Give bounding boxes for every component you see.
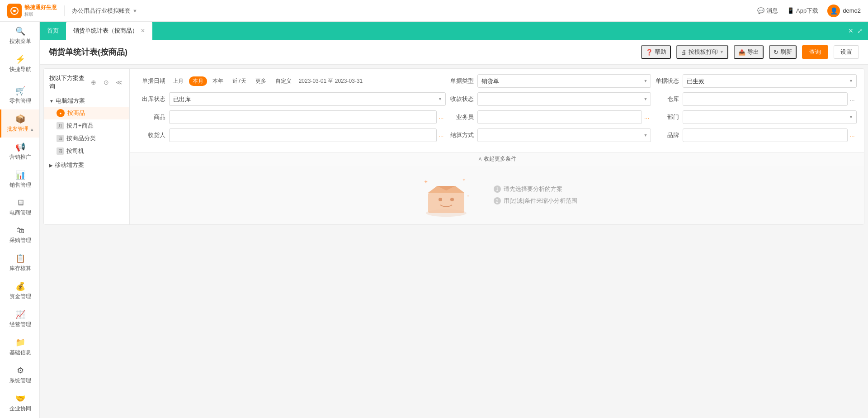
filter-row-3: 商品 … 业务员 … 部门 [137,110,857,124]
sidebar-item-inventory[interactable]: 📋 库存核算 [0,249,39,277]
system-icon: ⚙ [3,366,38,375]
sidebar-item-enterprise[interactable]: 🤝 企业协同 [0,389,39,417]
enterprise-icon: 🤝 [3,394,38,404]
date-filter: 上月 本月 本年 近7天 更多 自定义 2023-03-01 至 2023-03… [169,76,446,86]
shortcuts-icon: ⚡ [3,54,38,64]
doc-type-select[interactable]: 销货单 [477,74,651,88]
settings-button[interactable]: 设置 [834,45,859,59]
tab-sales-stats[interactable]: 销货单统计表（按商品） ✕ [66,22,152,40]
scheme-item-by-month-product[interactable]: 月 按月+商品 [44,119,129,132]
tab-home[interactable]: 首页 [40,22,66,40]
filter-field-warehouse: 仓库 … [651,92,857,106]
sidebar-item-purchase[interactable]: 🛍 采购管理 [0,221,39,249]
date-tab-thisyear[interactable]: 本年 [209,76,227,86]
receipt-status-label: 收款状态 [446,95,477,103]
sidebar: 🔍 搜索菜单 ⚡ 快捷导航 🛒 零售管理 📦 批发管理 ▲ 📢 营销推广 📊 销… [0,22,40,418]
date-tab-custom[interactable]: 自定义 [272,76,295,86]
sidebar-item-operations[interactable]: 📈 经营管理 [0,305,39,333]
goods-dots-button[interactable]: … [437,114,446,120]
sidebar-item-sales[interactable]: 📊 销售管理 [0,166,39,194]
filter-field-date: 单据日期 上月 本月 本年 近7天 更多 自定义 [137,76,446,86]
doc-status-select[interactable]: 已生效 [683,74,857,88]
right-panel: 单据日期 上月 本月 本年 近7天 更多 自定义 [130,69,864,224]
department-select[interactable] [683,110,857,124]
receipt-status-select[interactable] [477,92,651,106]
logo-icon [7,4,22,18]
date-tab-thismonth[interactable]: 本月 [189,76,207,86]
purchase-icon: 🛍 [3,226,38,235]
doc-status-select-wrapper: 已生效 [683,74,857,88]
sidebar-item-marketing[interactable]: 📢 营销推广 [0,138,39,166]
app-download-button[interactable]: 📱 App下载 [787,7,818,15]
scheme-panel: 按以下方案查询 ⊕ ⊙ ≪ ▼ 电脑端方案 [44,69,130,224]
sidebar-item-basic[interactable]: 📁 基础信息 [0,333,39,361]
scheme-item-by-product[interactable]: ● 按商品 [44,107,129,119]
settlement-select[interactable] [477,128,651,142]
date-tab-more[interactable]: 更多 [252,76,270,86]
message-button[interactable]: 💬 消息 [757,7,778,15]
scheme-item-by-category[interactable]: 四 按商品分类 [44,132,129,145]
warehouse-dots-button[interactable]: … [848,96,857,102]
date-tab-7days[interactable]: 近7天 [229,76,250,86]
filter-form: 单据日期 上月 本月 本年 近7天 更多 自定义 [130,69,864,152]
tab-close-window-button[interactable]: ✕ [848,27,854,34]
sidebar-item-finance[interactable]: 💰 资金管理 [0,277,39,305]
salesperson-dots-button[interactable]: … [642,114,651,120]
sidebar-item-retail[interactable]: 🛒 零售管理 [0,81,39,109]
scheme-group-mobile-header[interactable]: ▶ 移动端方案 [44,159,129,171]
refresh-button[interactable]: ↻ 刷新 [769,45,797,59]
help-button[interactable]: ❓ 帮助 [641,45,671,59]
print-button[interactable]: 🖨 按模板打印 ▼ [676,45,728,59]
header-left: 畅捷通好生意 标版 办公用品行业模拟账套 ▼ [7,4,137,18]
empty-state: ✦ ✦ ✦ 1 请先选择要分析的方案 [130,166,864,224]
goods-input[interactable] [169,110,437,124]
help-icon: ❓ [646,49,653,56]
sidebar-item-system[interactable]: ⚙ 系统管理 [0,361,39,389]
export-button[interactable]: 📤 导出 [734,45,764,59]
scheme-collapse-button[interactable]: ≪ [114,77,124,87]
doc-status-label: 单据状态 [651,77,683,85]
brand-input[interactable] [683,128,848,142]
workspace-dropdown-icon[interactable]: ▼ [132,8,137,14]
scheme-settings-button[interactable]: ⊙ [101,77,111,87]
page-header: 销货单统计表(按商品) ❓ 帮助 🖨 按模板打印 ▼ 📤 导出 [40,40,868,65]
tab-maximize-button[interactable]: ⤢ [857,27,863,34]
filter-field-docstatus: 单据状态 已生效 [651,74,857,88]
brand-dots-button[interactable]: … [848,132,857,138]
retail-icon: 🛒 [3,86,38,96]
filter-field-doctype: 单据类型 销货单 [446,74,651,88]
date-tab-lastmonth[interactable]: 上月 [169,76,187,86]
scheme-add-button[interactable]: ⊕ [89,77,99,87]
date-range-display: 2023-03-01 至 2023-03-31 [299,77,363,85]
tab-close-button[interactable]: ✕ [141,28,145,33]
sidebar-item-wholesale[interactable]: 📦 批发管理 ▲ [0,109,39,138]
tip-num-1: 1 [494,185,501,193]
collapse-button[interactable]: ∧ 收起更多条件 [130,152,864,166]
settlement-label: 结算方式 [446,131,477,139]
sidebar-item-ecommerce[interactable]: 🖥 电商管理 [0,194,39,221]
sidebar-item-shortcuts[interactable]: ⚡ 快捷导航 [0,50,39,78]
user-menu[interactable]: 👤 demo2 [827,5,861,17]
filter-field-outstatus: 出库状态 已出库 [137,92,446,106]
scheme-group-expand-icon: ▼ [49,99,54,104]
workspace-selector[interactable]: 办公用品行业模拟账套 ▼ [72,7,137,15]
wholesale-icon: 📦 [3,114,38,124]
message-icon: 💬 [757,7,764,14]
scheme-header-icons: ⊕ ⊙ ≪ [89,77,124,87]
query-button[interactable]: 查询 [802,45,828,59]
out-status-select[interactable]: 已出库 [169,92,446,106]
search-icon: 🔍 [3,26,38,36]
receiver-dots-button[interactable]: … [437,132,446,138]
scheme-title: 按以下方案查询 [49,74,89,90]
sidebar-item-search[interactable]: 🔍 搜索菜单 [0,22,39,50]
goods-label: 商品 [137,113,169,121]
receiver-input[interactable] [169,128,437,142]
filter-field-settlement: 结算方式 [446,128,651,142]
scheme-group-pc-header[interactable]: ▼ 电脑端方案 [44,95,129,107]
page-header-actions: ❓ 帮助 🖨 按模板打印 ▼ 📤 导出 ↻ 刷新 [641,45,859,64]
scheme-item-by-driver[interactable]: 四 按司机 [44,145,129,157]
scheme-group-mobile: ▶ 移动端方案 [44,158,129,172]
salesperson-input[interactable] [477,110,642,124]
main-layout: 🔍 搜索菜单 ⚡ 快捷导航 🛒 零售管理 📦 批发管理 ▲ 📢 营销推广 📊 销… [0,22,868,418]
warehouse-input[interactable] [683,92,848,106]
